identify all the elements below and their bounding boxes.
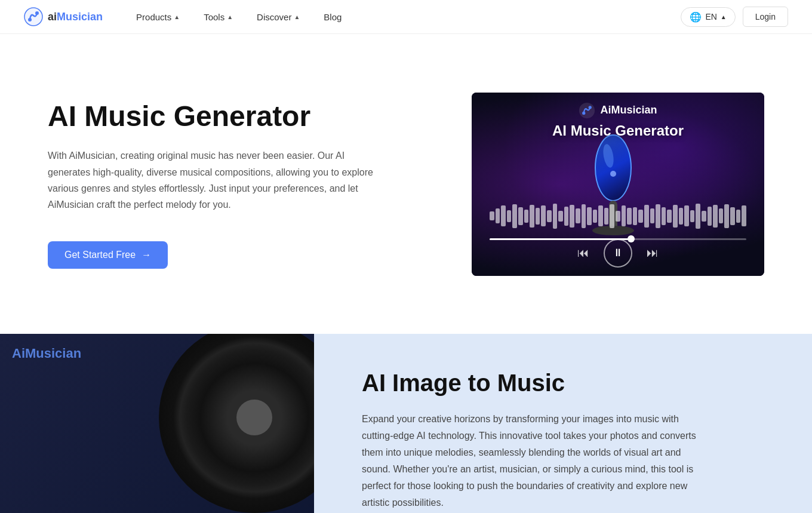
logo-text: aiMusician <box>48 11 103 23</box>
second-brand-label: AiMusician <box>12 346 81 361</box>
hero-image-area: AiMusician <box>406 93 764 276</box>
hero-section: AI Music Generator With AiMusician, crea… <box>0 34 812 334</box>
nav-discover[interactable]: Discover ▲ <box>247 7 309 27</box>
hero-content: AI Music Generator With AiMusician, crea… <box>48 99 406 269</box>
waveform-bar <box>564 207 569 226</box>
waveform-bar <box>541 205 546 226</box>
waveform-bar <box>501 205 506 226</box>
waveform-bar <box>496 208 500 223</box>
waveform-bar <box>638 210 643 223</box>
waveform-bar <box>616 211 620 222</box>
second-image-area: AiMusician Image to Music <box>0 334 314 513</box>
language-selector[interactable]: 🌐 EN ▲ <box>681 7 735 27</box>
svg-point-10 <box>610 171 616 177</box>
waveform-bar <box>524 210 529 223</box>
svg-point-4 <box>583 111 586 114</box>
nav-tools[interactable]: Tools ▲ <box>194 7 242 27</box>
waveform-bar <box>736 210 741 223</box>
login-button[interactable]: Login <box>743 7 788 27</box>
waveform-bar <box>507 210 512 222</box>
globe-icon: 🌐 <box>690 11 702 23</box>
waveform-bar <box>730 207 735 225</box>
waveform-bar <box>570 205 574 228</box>
chevron-down-icon: ▲ <box>294 14 300 20</box>
waveform-bar <box>684 205 689 226</box>
waveform-bar <box>622 205 626 226</box>
waveform-bar <box>679 208 684 225</box>
hero-title: AI Music Generator <box>48 99 406 134</box>
get-started-button[interactable]: Get Started Free → <box>48 241 168 269</box>
waveform-bar <box>702 211 706 222</box>
waveform-bar <box>633 207 638 225</box>
second-section-title: AI Image to Music <box>362 370 776 397</box>
nav-blog[interactable]: Blog <box>314 7 351 27</box>
svg-point-2 <box>35 11 39 15</box>
waveform-bar <box>627 208 632 225</box>
waveform-bar <box>742 205 746 226</box>
waveform-bar <box>656 204 660 228</box>
waveform-bar <box>490 211 494 220</box>
waveform-bar <box>553 204 558 229</box>
waveform-bar <box>512 204 517 228</box>
navbar: aiMusician Products ▲ Tools ▲ Discover ▲… <box>0 0 812 34</box>
svg-point-3 <box>579 102 595 118</box>
waveform-bar <box>719 208 724 223</box>
waveform-bar <box>598 205 603 226</box>
card-logo-icon <box>579 102 595 119</box>
card-title: AI Music Generator <box>472 122 764 139</box>
chevron-down-icon: ▲ <box>227 14 233 20</box>
waveform-bar <box>604 208 609 225</box>
waveform-bar <box>558 211 563 222</box>
waveform-bar <box>644 205 649 228</box>
second-section: AiMusician Image to Music AI Image to Mu… <box>0 334 812 513</box>
waveform-bar <box>582 204 586 228</box>
waveform-bar <box>530 205 534 228</box>
waveform-bar <box>696 204 700 229</box>
player-controls: ⏮ ⏸ ⏭ <box>472 239 764 268</box>
svg-point-5 <box>589 106 592 109</box>
waveform-bar <box>724 204 729 228</box>
hero-description: With AiMusician, creating original music… <box>48 148 382 213</box>
nav-items: Products ▲ Tools ▲ Discover ▲ Blog <box>127 7 681 27</box>
play-pause-button[interactable]: ⏸ <box>604 239 632 268</box>
svg-point-6 <box>595 135 631 201</box>
logo-icon <box>24 7 43 26</box>
card-brand-label: AiMusician <box>600 104 657 116</box>
chevron-up-icon: ▲ <box>721 14 727 20</box>
nav-products[interactable]: Products ▲ <box>127 7 189 27</box>
waveform-bar <box>713 205 718 228</box>
fast-forward-button[interactable]: ⏭ <box>647 246 659 260</box>
chevron-down-icon: ▲ <box>174 14 180 20</box>
waveform-bar <box>610 204 614 228</box>
rewind-button[interactable]: ⏮ <box>577 246 589 260</box>
logo[interactable]: aiMusician <box>24 7 103 26</box>
second-content: AI Image to Music Expand your creative h… <box>314 334 812 513</box>
waveform-bar <box>547 210 552 222</box>
waveform-bar <box>576 208 580 223</box>
svg-point-1 <box>28 18 32 21</box>
waveform-bar <box>587 207 592 225</box>
waveform-bar <box>708 207 712 226</box>
waveform-bar <box>662 207 666 225</box>
waveform <box>490 204 746 228</box>
waveform-bar <box>593 210 598 223</box>
waveform-bar <box>690 210 695 222</box>
waveform-bar <box>650 208 655 223</box>
waveform-bar <box>673 205 678 228</box>
svg-point-0 <box>24 8 42 26</box>
nav-right: 🌐 EN ▲ Login <box>681 7 788 27</box>
card-header: AiMusician <box>472 102 764 119</box>
music-player-card: AiMusician <box>472 93 764 276</box>
waveform-bar <box>518 207 523 225</box>
waveform-bar <box>536 208 540 225</box>
arrow-right-icon: → <box>142 250 151 260</box>
waveform-bar <box>667 210 672 223</box>
second-section-description: Expand your creative horizons by transfo… <box>362 411 708 511</box>
